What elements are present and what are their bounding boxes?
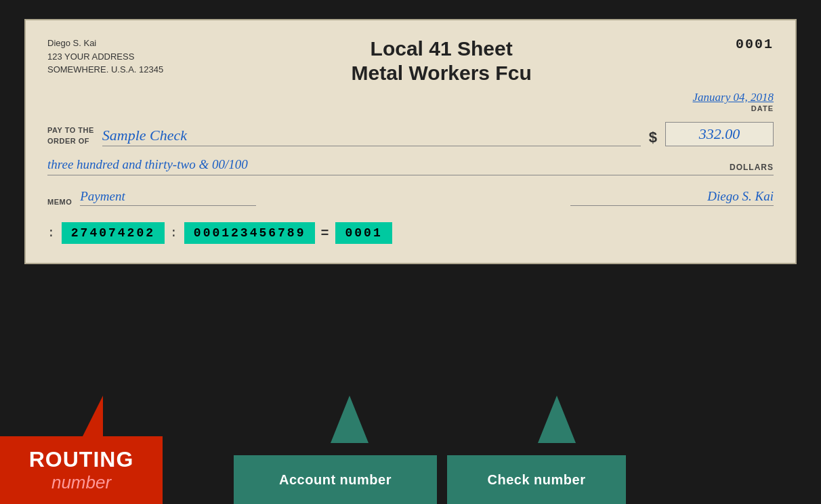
check-date-value: January 04, 2018 [693, 91, 774, 104]
written-amount: three hundred and thirty-two & 00/100 [47, 157, 248, 172]
routing-label-bottom: number [51, 472, 111, 493]
payto-label: PAY TO THEORDER OF [47, 125, 94, 146]
signature-area: Diego S. Kai [264, 189, 774, 206]
address-line1: 123 YOUR ADDRESS [47, 50, 163, 64]
check-date-label: DATE [751, 104, 774, 112]
check-address: Diego S. Kai 123 YOUR ADDRESS SOMEWHERE.… [47, 37, 163, 77]
bank-name: Local 41 Sheet Metal Workers Fcu [163, 37, 719, 85]
account-number-label: Account number [234, 455, 437, 504]
check-number-top: 0001 [719, 37, 774, 52]
dollars-label: DOLLARS [730, 163, 774, 172]
micr-routing-number: 274074202 [62, 222, 165, 244]
check-area: Diego S. Kai 123 YOUR ADDRESS SOMEWHERE.… [0, 0, 821, 396]
bottom-area: ROUTING number Account number Check numb… [0, 396, 821, 504]
date-col: January 04, 2018 DATE [693, 91, 774, 112]
arrows-container: ROUTING number Account number Check numb… [0, 396, 821, 504]
check-micr-row: : 274074202 : 000123456789 = 0001 [47, 222, 774, 244]
routing-label: ROUTING number [0, 436, 163, 504]
micr-sep1-symbol: : [170, 226, 179, 240]
payto-line: Sample Check [102, 127, 641, 146]
amount-box: 332.00 [665, 122, 774, 146]
memo-value: Payment [80, 189, 125, 203]
micr-account-number: 000123456789 [184, 222, 316, 244]
payto-name: Sample Check [102, 127, 187, 144]
dollar-sign: $ [649, 129, 657, 146]
check-number-label-text: Check number [488, 472, 586, 488]
check-written-row: three hundred and thirty-two & 00/100 DO… [47, 157, 774, 175]
micr-sep2-symbol: = [320, 226, 330, 241]
address-line2: SOMEWHERE. U.S.A. 12345 [47, 63, 163, 77]
check-date-row: January 04, 2018 DATE [47, 91, 774, 112]
check-payto-row: PAY TO THEORDER OF Sample Check $ 332.00 [47, 122, 774, 146]
check-number-arrow-icon [538, 396, 576, 443]
signature-value: Diego S. Kai [707, 189, 774, 203]
micr-check-number: 0001 [335, 222, 392, 244]
memo-label: MEMO [47, 198, 72, 206]
check-number-label: Check number [447, 455, 626, 504]
check-memo-row: MEMO Payment Diego S. Kai [47, 189, 774, 206]
check-row1: Diego S. Kai 123 YOUR ADDRESS SOMEWHERE.… [47, 37, 774, 85]
memo-line: Payment [80, 189, 256, 206]
routing-label-top: ROUTING [29, 447, 134, 472]
micr-open-symbol: : [47, 226, 56, 240]
account-arrow-icon [331, 396, 369, 443]
account-number-label-text: Account number [279, 472, 392, 488]
signature-line: Diego S. Kai [570, 189, 774, 206]
check: Diego S. Kai 123 YOUR ADDRESS SOMEWHERE.… [24, 19, 797, 264]
owner-name: Diego S. Kai [47, 37, 163, 50]
